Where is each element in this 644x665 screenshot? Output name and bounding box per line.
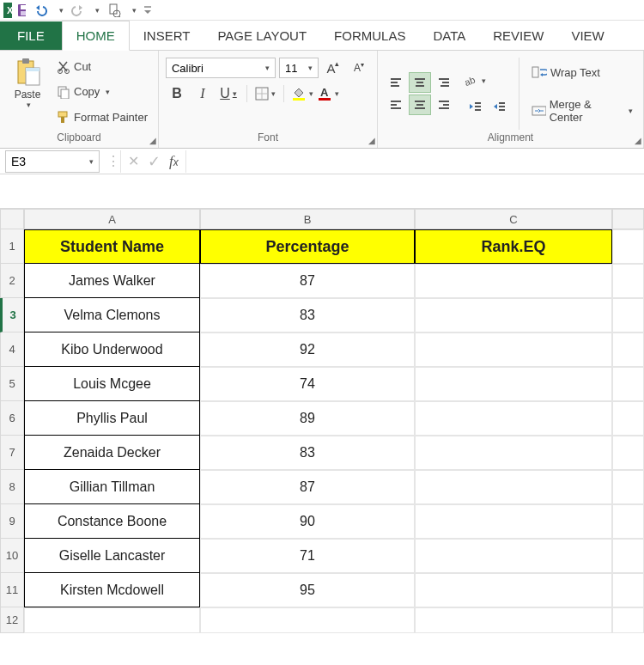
cell[interactable] <box>612 332 644 367</box>
italic-button[interactable]: I <box>191 83 214 104</box>
row-header[interactable]: 7 <box>0 436 24 470</box>
cell[interactable] <box>612 607 644 633</box>
cell[interactable] <box>415 298 612 332</box>
enter-formula-icon[interactable]: ✓ <box>148 152 161 171</box>
cell[interactable] <box>612 367 644 401</box>
tab-home[interactable]: HOME <box>62 21 130 51</box>
dialog-launcher-icon[interactable]: ◢ <box>368 136 375 145</box>
tab-insert[interactable]: INSERT <box>130 21 204 50</box>
name-box[interactable]: E3 ▾ <box>5 150 100 173</box>
column-header-c[interactable]: C <box>415 209 612 229</box>
increase-indent-icon[interactable] <box>488 96 510 117</box>
format-painter-button[interactable]: Format Painter <box>53 108 151 125</box>
cell[interactable]: 87 <box>200 264 415 298</box>
column-header-a[interactable]: A <box>24 209 200 229</box>
font-color-button[interactable]: A▾ <box>317 83 339 104</box>
cell[interactable]: James Walker <box>24 264 200 298</box>
undo-button[interactable]: ▾ <box>31 3 67 18</box>
chevron-down-icon[interactable]: ▾ <box>27 101 31 109</box>
insert-function-icon[interactable]: fx <box>169 153 179 170</box>
cell[interactable] <box>612 539 644 573</box>
cell[interactable]: Kibo Underwood <box>24 332 200 367</box>
align-left-icon[interactable] <box>385 95 407 115</box>
decrease-indent-icon[interactable] <box>464 96 486 117</box>
table-header-cell[interactable]: Rank.EQ <box>415 229 612 264</box>
row-header[interactable]: 8 <box>0 470 24 504</box>
cell[interactable] <box>612 264 644 298</box>
cell[interactable] <box>200 607 415 633</box>
row-header[interactable]: 2 <box>0 264 24 298</box>
decrease-font-icon[interactable]: A▾ <box>348 58 370 78</box>
cell[interactable] <box>415 367 612 401</box>
cell[interactable] <box>415 332 612 367</box>
cell[interactable]: Constance Boone <box>24 504 200 539</box>
align-center-icon[interactable] <box>409 95 431 115</box>
column-header-b[interactable]: B <box>200 209 415 229</box>
cell[interactable] <box>612 470 644 504</box>
cancel-formula-icon[interactable]: ✕ <box>128 153 139 169</box>
qat-customize-button[interactable] <box>140 3 161 17</box>
chevron-down-icon[interactable]: ▾ <box>89 157 94 166</box>
cell[interactable]: 74 <box>200 367 415 401</box>
align-right-icon[interactable] <box>433 95 455 115</box>
underline-button[interactable]: U▾ <box>217 83 240 104</box>
row-header[interactable]: 12 <box>0 607 24 633</box>
cell[interactable]: 83 <box>200 298 415 332</box>
row-header[interactable]: 10 <box>0 539 24 573</box>
cell[interactable]: 83 <box>200 436 415 470</box>
font-size-select[interactable]: 11▾ <box>279 58 319 78</box>
tab-data[interactable]: DATA <box>419 21 479 50</box>
row-header[interactable]: 9 <box>0 504 24 539</box>
borders-button[interactable]: ▾ <box>254 83 276 104</box>
column-header-d[interactable] <box>612 209 644 229</box>
tab-file[interactable]: FILE <box>0 21 62 50</box>
row-header[interactable]: 6 <box>0 401 24 436</box>
cell[interactable]: 95 <box>200 573 415 607</box>
merge-center-button[interactable]: Merge & Center▾ <box>528 96 636 125</box>
cell[interactable]: Zenaida Decker <box>24 436 200 470</box>
cell[interactable] <box>415 470 612 504</box>
increase-font-icon[interactable]: A▴ <box>322 58 344 78</box>
cell[interactable]: 87 <box>200 470 415 504</box>
align-top-left-icon[interactable] <box>385 72 407 93</box>
cell[interactable] <box>415 607 612 633</box>
cut-button[interactable]: Cut <box>53 58 151 76</box>
redo-button[interactable]: ▾ <box>67 3 103 18</box>
tab-formulas[interactable]: FORMULAS <box>320 21 419 50</box>
table-header-cell[interactable]: Student Name <box>24 229 200 264</box>
row-header[interactable]: 1 <box>0 229 24 264</box>
cell[interactable]: 71 <box>200 539 415 573</box>
tab-view[interactable]: VIEW <box>557 21 617 50</box>
wrap-text-button[interactable]: Wrap Text <box>528 64 636 81</box>
dialog-launcher-icon[interactable]: ◢ <box>635 136 641 145</box>
tab-review[interactable]: REVIEW <box>479 21 557 50</box>
font-name-select[interactable]: Calibri▾ <box>166 58 276 78</box>
select-all-corner[interactable] <box>0 209 24 229</box>
cell[interactable] <box>415 539 612 573</box>
cell[interactable] <box>612 573 644 607</box>
orientation-button[interactable]: ab▾ <box>464 70 486 91</box>
paste-button[interactable]: Paste ▾ <box>7 54 48 130</box>
cell[interactable] <box>612 229 644 264</box>
cell[interactable] <box>415 573 612 607</box>
formula-input[interactable] <box>186 150 644 173</box>
cell[interactable]: Velma Clemons <box>24 298 200 332</box>
cell[interactable] <box>612 401 644 436</box>
cell[interactable]: Kirsten Mcdowell <box>24 573 200 607</box>
cell[interactable] <box>612 436 644 470</box>
fill-color-button[interactable]: ▾ <box>291 83 313 104</box>
cell[interactable] <box>24 607 200 633</box>
tab-page-layout[interactable]: PAGE LAYOUT <box>204 21 320 50</box>
spreadsheet-grid[interactable]: A B C 1 Student Name Percentage Rank.EQ … <box>0 209 644 633</box>
cell[interactable]: Phyllis Paul <box>24 401 200 436</box>
copy-button[interactable]: Copy▾ <box>53 83 151 101</box>
table-header-cell[interactable]: Percentage <box>200 229 415 264</box>
row-header[interactable]: 3 <box>0 298 24 332</box>
dialog-launcher-icon[interactable]: ◢ <box>149 136 156 145</box>
cell[interactable]: Gillian Tillman <box>24 470 200 504</box>
cell[interactable]: Giselle Lancaster <box>24 539 200 573</box>
row-header[interactable]: 11 <box>0 573 24 607</box>
save-icon[interactable] <box>17 3 31 17</box>
print-preview-button[interactable]: ▾ <box>104 2 140 19</box>
row-header[interactable]: 5 <box>0 367 24 401</box>
